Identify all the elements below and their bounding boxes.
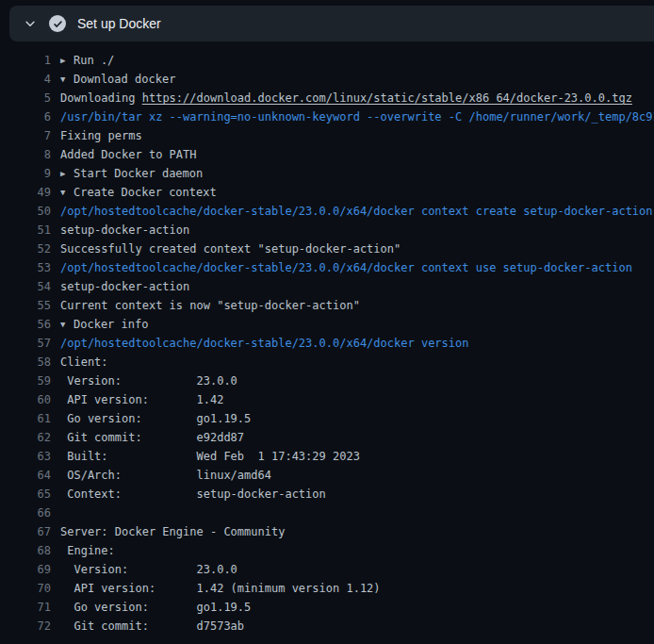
step-title: Set up Docker	[77, 16, 161, 31]
log-text-line: Built: Wed Feb 1 17:43:29 2023	[60, 447, 360, 466]
log-command-line: /opt/hostedtoolcache/docker-stable/23.0.…	[60, 258, 632, 277]
line-number[interactable]: 70	[0, 579, 51, 598]
line-number[interactable]: 6	[0, 107, 51, 126]
triangle-expanded-icon[interactable]: ▼	[60, 315, 70, 334]
log-line-row: 62 Git commit: e92dd87	[0, 428, 654, 447]
log-group-row: 4▼Download docker	[0, 70, 654, 89]
log-text-line: Successfully created context "setup-dock…	[60, 239, 401, 258]
log-line-row: 65 Context: setup-docker-action	[0, 485, 654, 504]
line-number[interactable]: 49	[0, 183, 51, 202]
line-number[interactable]: 1	[0, 51, 51, 70]
log-text-line: API version: 1.42	[60, 390, 223, 409]
log-line-row: 67Server: Docker Engine - Community	[0, 522, 654, 541]
line-number[interactable]: 65	[0, 485, 51, 504]
line-number[interactable]: 67	[0, 522, 51, 541]
log-line-row: 7Fixing perms	[0, 126, 654, 145]
log-line-row: 64 OS/Arch: linux/amd64	[0, 466, 654, 485]
line-number[interactable]: 8	[0, 145, 51, 164]
log-line-row: 50/opt/hostedtoolcache/docker-stable/23.…	[0, 202, 654, 221]
log-command-line: /opt/hostedtoolcache/docker-stable/23.0.…	[60, 202, 653, 221]
line-number[interactable]: 66	[0, 504, 51, 522]
line-number[interactable]: 60	[0, 390, 51, 409]
log-line-row: 58Client:	[0, 353, 654, 372]
log-line-row: 72 Git commit: d7573ab	[0, 617, 654, 636]
line-number[interactable]: 4	[0, 70, 51, 89]
log-line-row: 59 Version: 23.0.0	[0, 372, 654, 390]
triangle-expanded-icon[interactable]: ▼	[60, 183, 70, 202]
line-number[interactable]: 7	[0, 126, 51, 145]
line-number[interactable]: 50	[0, 202, 51, 221]
line-number[interactable]: 5	[0, 89, 51, 107]
log-text-line: OS/Arch: linux/amd64	[60, 466, 271, 485]
triangle-expanded-icon[interactable]: ▼	[60, 70, 70, 89]
line-number[interactable]: 52	[0, 239, 51, 258]
log-line-row: 54setup-docker-action	[0, 277, 654, 296]
log-text-line: setup-docker-action	[60, 221, 189, 239]
line-number[interactable]: 56	[0, 315, 51, 334]
step-header-setup-docker[interactable]: Set up Docker	[9, 6, 654, 41]
log-group-header[interactable]: ▼Create Docker context	[60, 183, 217, 202]
line-number[interactable]: 71	[0, 598, 51, 617]
line-number[interactable]: 9	[0, 164, 51, 183]
log-text-line: Added Docker to PATH	[60, 145, 197, 164]
log-text-line: Context: setup-docker-action	[60, 485, 326, 504]
log-group-header[interactable]: ▼Download docker	[60, 70, 175, 89]
log-lines: 1▶Run ./4▼Download docker5Downloading ht…	[0, 41, 654, 636]
line-number[interactable]: 72	[0, 617, 51, 636]
log-group-row: 56▼Docker info	[0, 315, 654, 334]
log-command-line: /usr/bin/tar xz --warning=no-unknown-key…	[60, 107, 654, 126]
log-text-line: Git commit: d7573ab	[60, 617, 244, 636]
log-line-row: 61 Go version: go1.19.5	[0, 409, 654, 428]
log-command-line: /opt/hostedtoolcache/docker-stable/23.0.…	[60, 334, 468, 353]
line-number[interactable]: 63	[0, 447, 51, 466]
log-text-line: Downloading https://download.docker.com/…	[60, 89, 632, 107]
log-line-row: 66	[0, 504, 654, 522]
log-line-row: 55Current context is now "setup-docker-a…	[0, 296, 654, 315]
line-number[interactable]: 58	[0, 353, 51, 372]
log-text-line: API version: 1.42 (minimum version 1.12)	[60, 579, 381, 598]
log-line-row: 53/opt/hostedtoolcache/docker-stable/23.…	[0, 258, 654, 277]
log-group-title: Start Docker daemon	[74, 167, 203, 180]
log-line-row: 5Downloading https://download.docker.com…	[0, 89, 654, 107]
log-text-line: Client:	[60, 353, 108, 372]
log-line-row: 51setup-docker-action	[0, 221, 654, 239]
triangle-collapsed-icon[interactable]: ▶	[60, 164, 70, 183]
line-number[interactable]: 68	[0, 541, 51, 560]
line-number[interactable]: 59	[0, 372, 51, 390]
log-group-title: Create Docker context	[74, 186, 217, 199]
log-line-row: 70 API version: 1.42 (minimum version 1.…	[0, 579, 654, 598]
log-text-line: Fixing perms	[60, 126, 142, 145]
line-number[interactable]: 53	[0, 258, 51, 277]
log-group-header[interactable]: ▼Docker info	[60, 315, 148, 334]
log-group-title: Download docker	[74, 73, 175, 86]
log-text-segment: Downloading	[60, 91, 142, 105]
log-text-line: Go version: go1.19.5	[60, 409, 251, 428]
line-number[interactable]: 55	[0, 296, 51, 315]
line-number[interactable]: 64	[0, 466, 51, 485]
line-number[interactable]: 54	[0, 277, 51, 296]
line-number[interactable]: 62	[0, 428, 51, 447]
log-text-line: Server: Docker Engine - Community	[60, 522, 285, 541]
log-group-title: Docker info	[74, 318, 148, 331]
log-text-line: setup-docker-action	[60, 277, 189, 296]
log-text-line: Git commit: e92dd87	[60, 428, 244, 447]
line-number[interactable]: 51	[0, 221, 51, 239]
line-number[interactable]: 57	[0, 334, 51, 353]
log-line-row: 8Added Docker to PATH	[0, 145, 654, 164]
log-group-header[interactable]: ▶Run ./	[60, 51, 114, 70]
log-url-link[interactable]: https://download.docker.com/linux/static…	[142, 91, 632, 105]
log-text-line: Engine:	[60, 541, 115, 560]
log-line-row: 63 Built: Wed Feb 1 17:43:29 2023	[0, 447, 654, 466]
line-number[interactable]: 61	[0, 409, 51, 428]
log-group-row: 9▶Start Docker daemon	[0, 164, 654, 183]
log-group-header[interactable]: ▶Start Docker daemon	[60, 164, 203, 183]
log-line-row: 68 Engine:	[0, 541, 654, 560]
log-group-row: 49▼Create Docker context	[0, 183, 654, 202]
log-text-line: Version: 23.0.0	[60, 560, 237, 579]
log-line-row: 69 Version: 23.0.0	[0, 560, 654, 579]
log-line-row: 71 Go version: go1.19.5	[0, 598, 654, 617]
line-number[interactable]: 69	[0, 560, 51, 579]
triangle-collapsed-icon[interactable]: ▶	[60, 51, 70, 70]
chevron-down-icon[interactable]	[23, 16, 38, 31]
check-circle-icon	[49, 15, 66, 32]
